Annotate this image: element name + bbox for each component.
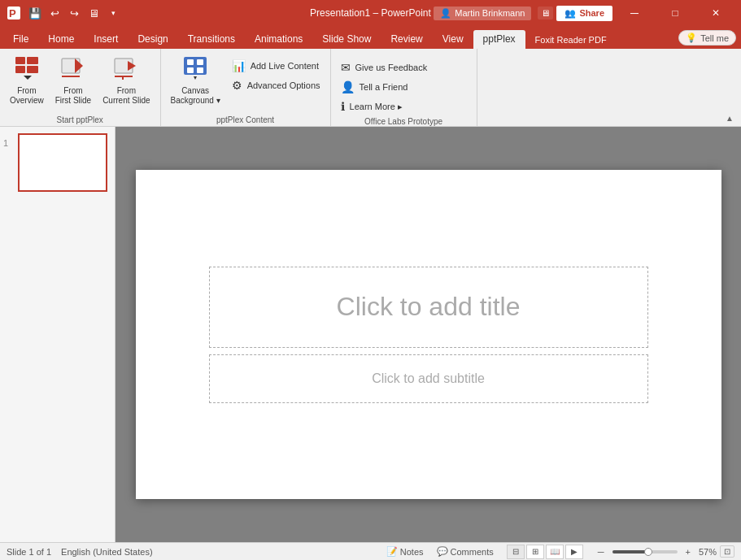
from-first-slide-icon [60,55,86,85]
slide-canvas[interactable]: Click to add title Click to add subtitle [136,170,721,499]
maximize-button[interactable]: □ [656,0,694,26]
undo-button[interactable]: ↩ [46,4,63,22]
office-labs-label: Office Labs Prototype [336,115,472,126]
ribbon-group-content-start: FromOverview FromFirst Slide [5,52,155,114]
ribbon-group-pptplex-content: CanvasBackground ▾ 📊 Add Live Content ⚙ … [161,49,331,126]
share-icon: 👥 [564,8,576,19]
zoom-slider-track[interactable] [612,550,678,553]
svg-text:P: P [9,7,16,20]
ribbon-group-content-pptplex: CanvasBackground ▾ 📊 Add Live Content ⚙ … [166,52,325,114]
learn-more-button[interactable]: ℹ Learn More ▸ [336,98,433,115]
slideshow-view-button[interactable]: ▶ [565,545,583,559]
slide-title-text: Click to add title [337,292,521,322]
user-account-button[interactable]: 👤 Martin Brinkmann [434,7,531,20]
from-overview-label: FromOverview [10,86,44,106]
close-button[interactable]: ✕ [697,0,734,26]
tab-home[interactable]: Home [38,30,84,49]
canvas-background-button[interactable]: CanvasBackground ▾ [166,52,225,109]
redo-button[interactable]: ↪ [65,4,83,22]
slide-subtitle-placeholder[interactable]: Click to add subtitle [209,354,648,403]
ribbon-content: FromOverview FromFirst Slide [0,49,741,127]
from-first-slide-label: FromFirst Slide [55,86,91,106]
quick-access-toolbar: 💾 ↩ ↪ 🖥 ▾ [26,4,122,22]
zoom-level-label: 57% [699,547,717,557]
customize-quick-access[interactable]: ▾ [104,4,122,22]
slide-thumbnail-1[interactable] [18,133,107,192]
monitor-icon-tb: 🖥 [541,8,550,18]
svg-rect-17 [187,67,194,73]
zoom-slider-thumb[interactable] [644,548,652,556]
info-icon: ℹ [341,100,345,113]
from-first-slide-button[interactable]: FromFirst Slide [50,52,96,109]
powerpoint-icon: P [7,6,21,20]
tab-file[interactable]: File [3,30,38,49]
title-bar: P 💾 ↩ ↪ 🖥 ▾ Presentation1 – PowerPoint 👤… [0,0,741,26]
share-button[interactable]: 👥 Share [556,6,612,21]
give-feedback-button[interactable]: ✉ Give us Feedback [336,59,433,76]
canvas-background-label: CanvasBackground ▾ [171,86,220,106]
tab-transitions[interactable]: Transitions [178,30,245,49]
zoom-in-button[interactable]: + [681,546,695,558]
zoom-slider-fill [612,550,648,553]
from-current-slide-label: FromCurrent Slide [102,86,150,106]
tab-insert[interactable]: Insert [84,30,128,49]
svg-rect-2 [15,57,25,64]
tab-slideshow[interactable]: Slide Show [312,30,381,49]
svg-rect-16 [197,59,203,65]
ribbon-group-content-labs: ✉ Give us Feedback 👤 Tell a Friend ℹ Lea… [336,52,472,115]
tab-review[interactable]: Review [381,30,432,49]
svg-rect-18 [197,67,203,73]
monitor-button[interactable]: 🖥 [85,4,102,22]
slide-number-1: 1 [3,133,15,148]
feedback-icon: ✉ [341,61,351,74]
tell-me-button[interactable]: 💡 Tell me [678,30,736,46]
pptplex-small-buttons: 📊 Add Live Content ⚙ Advanced Options [227,52,325,94]
normal-view-button[interactable]: ⊟ [507,545,525,559]
slide-subtitle-text: Click to add subtitle [372,371,485,386]
add-live-content-button[interactable]: 📊 Add Live Content [227,57,325,75]
tab-design[interactable]: Design [128,30,177,49]
language-label: English (United States) [61,547,153,557]
svg-rect-3 [27,57,38,64]
title-bar-controls: 👤 Martin Brinkmann 🖥 👥 Share ─ □ ✕ [434,0,734,26]
ribbon-collapse-button[interactable]: ▲ [721,111,738,124]
tab-pptplex[interactable]: pptPlex [473,30,525,49]
svg-rect-15 [187,59,194,65]
slide-item-1[interactable]: 1 [3,133,111,192]
labs-small-buttons: ✉ Give us Feedback 👤 Tell a Friend ℹ Lea… [336,52,433,115]
save-button[interactable]: 💾 [26,4,44,22]
from-overview-button[interactable]: FromOverview [5,52,49,109]
canvas-area: Click to add title Click to add subtitle [116,127,741,542]
zoom-out-button[interactable]: ─ [593,546,609,558]
ribbon-group-office-labs: ✉ Give us Feedback 👤 Tell a Friend ℹ Lea… [331,49,477,126]
svg-rect-5 [27,66,38,73]
advanced-options-button[interactable]: ⚙ Advanced Options [227,76,325,94]
slide-sorter-button[interactable]: ⊞ [526,545,544,559]
tab-animations[interactable]: Animations [245,30,312,49]
comments-button[interactable]: 💬 Comments [432,545,499,558]
user-name-label: Martin Brinkmann [455,8,525,18]
from-overview-icon [14,55,40,85]
user-icon: 👤 [440,8,451,19]
ribbon-group-start-pptplex: FromOverview FromFirst Slide [0,49,161,126]
reading-view-button[interactable]: 📖 [546,545,564,559]
fit-slide-button[interactable]: ⊡ [720,545,734,558]
lightbulb-icon: 💡 [686,33,697,43]
svg-marker-19 [194,76,197,80]
minimize-button[interactable]: ─ [616,0,653,26]
tab-view[interactable]: View [433,30,473,49]
from-current-slide-button[interactable]: FromCurrent Slide [98,52,155,109]
status-left: Slide 1 of 1 English (United States) [7,547,153,557]
pptplex-content-label: pptPlex Content [166,114,325,124]
svg-marker-6 [24,76,32,80]
comments-icon: 💬 [437,546,448,557]
advanced-icon: ⚙ [232,79,242,92]
svg-rect-4 [15,66,25,73]
canvas-background-icon [182,55,208,85]
slide-title-placeholder[interactable]: Click to add title [209,267,648,348]
window-title: Presentation1 – PowerPoint [310,7,431,19]
tab-foxit[interactable]: Foxit Reader PDF [525,32,617,49]
tell-a-friend-button[interactable]: 👤 Tell a Friend [336,78,433,96]
slide-count-label: Slide 1 of 1 [7,547,51,557]
notes-button[interactable]: 📝 Notes [381,545,429,558]
